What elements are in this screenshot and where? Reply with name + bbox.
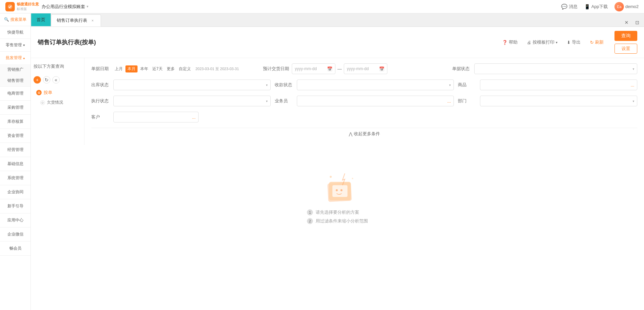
exec-status-label: 执行状态: [91, 98, 111, 104]
filter-left-actions: + ↻ «: [34, 76, 82, 84]
message-btn[interactable]: 💬 消息: [561, 4, 578, 10]
chevron-icon: ▾: [23, 43, 25, 47]
filter-row-4: 客户 ...: [91, 112, 637, 122]
sidebar-group-wholesale: 批发管理 ▴ 营销推广 销售管理: [0, 52, 31, 87]
sidebar-item-wholesale[interactable]: 批发管理 ▴: [0, 52, 31, 64]
payment-dropdown-icon: ▾: [449, 83, 451, 87]
empty-state: 1 请先选择要分析的方案 2 用过滤条件来缩小分析范围: [31, 145, 644, 251]
sidebar-item-member[interactable]: 畅会员: [0, 242, 31, 256]
svg-point-5: [340, 189, 342, 191]
salesperson-more-btn[interactable]: ...: [447, 99, 451, 104]
user-menu[interactable]: Ea demo2: [614, 2, 639, 11]
sidebar-quick-nav[interactable]: 快捷导航: [0, 26, 31, 39]
department-select[interactable]: ▾: [480, 96, 637, 106]
query-button[interactable]: 查询: [614, 31, 637, 41]
avatar: Ea: [614, 2, 624, 11]
delivery-dropdown-icon: ▾: [266, 83, 268, 87]
sidebar-item-ecommerce[interactable]: 电商管理: [0, 87, 31, 101]
calendar-icon-2: 📅: [379, 66, 384, 71]
date-7days[interactable]: 近7天: [151, 65, 164, 72]
add-plan-btn[interactable]: +: [34, 76, 41, 84]
salesperson-select[interactable]: ...: [297, 96, 454, 106]
delivery-status-select[interactable]: ▾: [113, 80, 271, 90]
refresh-icon: ↻: [590, 40, 594, 45]
collapse-plan-btn[interactable]: «: [52, 76, 60, 84]
tab-sales-exec[interactable]: 销售订单执行表 ×: [51, 14, 101, 27]
svg-point-7: [352, 178, 353, 179]
date-custom[interactable]: 自定义: [177, 65, 192, 72]
empty-illustration: [321, 172, 354, 205]
filter-left: 按以下方案查询 + ↻ « ⚙: [31, 58, 85, 145]
sidebar-item-sales[interactable]: 销售管理: [0, 75, 31, 86]
date-more[interactable]: 更多: [165, 65, 176, 72]
sidebar-item-apps[interactable]: 应用中心: [0, 213, 31, 227]
exec-status-select[interactable]: ▾: [113, 96, 271, 106]
expected-date-from[interactable]: yyyy-mm-dd 📅: [292, 63, 335, 74]
sidebar-item-finance[interactable]: 资金管理: [0, 129, 31, 143]
tab-close-btn[interactable]: ×: [90, 18, 95, 23]
date-group: 上月 本月 本年 近7天 更多 自定义: [113, 65, 192, 72]
export-icon: ⬇: [567, 40, 571, 45]
product-more-btn[interactable]: ...: [631, 83, 634, 88]
sidebar-item-wechat[interactable]: 企业微信: [0, 227, 31, 242]
salesperson-label: 业务员: [275, 98, 295, 104]
date-this-year[interactable]: 本年: [139, 65, 150, 72]
date-this-month[interactable]: 本月: [125, 65, 138, 72]
plan-sub-item-stock[interactable]: ⊙ 欠货情况: [34, 98, 82, 107]
sidebar-item-guide[interactable]: 新手引导: [0, 199, 31, 213]
collapse-icon: ⋀: [349, 132, 353, 137]
company-selector[interactable]: 办公用品行业模拟账套 ▾: [42, 4, 89, 10]
tab-maximize-btn[interactable]: ⊡: [633, 18, 641, 27]
sidebar-group-retail: 零售管理 ▾: [0, 39, 31, 52]
svg-point-0: [8, 4, 12, 9]
main-content: 首页 销售订单执行表 × ✕ ⊡ 销售订单执行表(按单): [31, 13, 644, 310]
app-download-btn[interactable]: 📱 App下载: [584, 4, 608, 10]
sidebar-item-purchase[interactable]: 采购管理: [0, 101, 31, 115]
tab-home[interactable]: 首页: [31, 13, 51, 27]
customer-select[interactable]: ...: [113, 112, 199, 122]
date-separator: —: [337, 66, 342, 71]
svg-point-4: [336, 189, 338, 191]
expected-date-label: 预计交货日期: [263, 66, 290, 72]
refresh-btn[interactable]: ↻ 刷新: [587, 38, 606, 47]
logo-area: 畅捷通好生意 标准版: [5, 2, 39, 11]
svg-point-6: [330, 176, 332, 178]
customer-more-btn[interactable]: ...: [192, 115, 196, 120]
date-prev-month[interactable]: 上月: [113, 65, 124, 72]
filter-section: 按以下方案查询 + ↻ « ⚙: [31, 58, 644, 145]
page-body: 销售订单执行表(按单) ❓ 帮助 🖨 按模板打印 ▾ ⬇ 导出: [31, 27, 644, 310]
department-dropdown-icon: ▾: [633, 99, 634, 103]
status-select[interactable]: ▾: [474, 63, 637, 74]
payment-status-select[interactable]: ▾: [297, 80, 454, 90]
sidebar-item-operations[interactable]: 经营管理: [0, 143, 31, 157]
product-select[interactable]: ...: [480, 80, 637, 90]
refresh-plan-btn[interactable]: ↻: [43, 76, 50, 84]
sidebar-item-retail[interactable]: 零售管理 ▾: [0, 39, 31, 51]
print-btn[interactable]: 🖨 按模板打印 ▾: [524, 38, 560, 47]
sidebar-search[interactable]: 🔍 搜索菜单: [0, 13, 31, 26]
expected-date-to[interactable]: yyyy-mm-dd 📅: [344, 63, 387, 74]
search-icon: 🔍: [4, 17, 9, 22]
product-label: 商品: [458, 82, 478, 88]
svg-rect-3: [332, 185, 347, 197]
maximize-icon: ⊡: [635, 20, 639, 25]
filter-row-2: 出库状态 ▾ 收款状态 ▾: [91, 80, 637, 90]
sidebar-item-marketing[interactable]: 营销推广: [0, 64, 31, 75]
calendar-icon: 📅: [327, 66, 332, 71]
sidebar-item-inventory[interactable]: 库存核算: [0, 115, 31, 129]
restore-icon: ✕: [625, 20, 629, 25]
settings-button[interactable]: 设置: [614, 44, 637, 54]
export-btn[interactable]: ⬇ 导出: [564, 38, 583, 47]
sidebar-item-enterprise[interactable]: 企业协同: [0, 185, 31, 199]
sidebar-item-system[interactable]: 系统管理: [0, 171, 31, 185]
plan-order-icon: ⚙: [36, 90, 42, 95]
tab-restore-btn[interactable]: ✕: [623, 18, 631, 27]
help-btn[interactable]: ❓ 帮助: [499, 38, 520, 47]
tab-bar: 首页 销售订单执行表 × ✕ ⊡: [31, 13, 644, 27]
chevron-up-icon: ▴: [23, 56, 25, 60]
sidebar-item-basic[interactable]: 基础信息: [0, 157, 31, 171]
plan-item-order[interactable]: ⚙ 按单: [34, 88, 82, 98]
header-left: 畅捷通好生意 标准版 办公用品行业模拟账套 ▾: [5, 2, 89, 11]
payment-status-label: 收款状态: [275, 82, 295, 88]
collapse-conditions-btn[interactable]: ⋀ 收起更多条件: [349, 131, 380, 137]
